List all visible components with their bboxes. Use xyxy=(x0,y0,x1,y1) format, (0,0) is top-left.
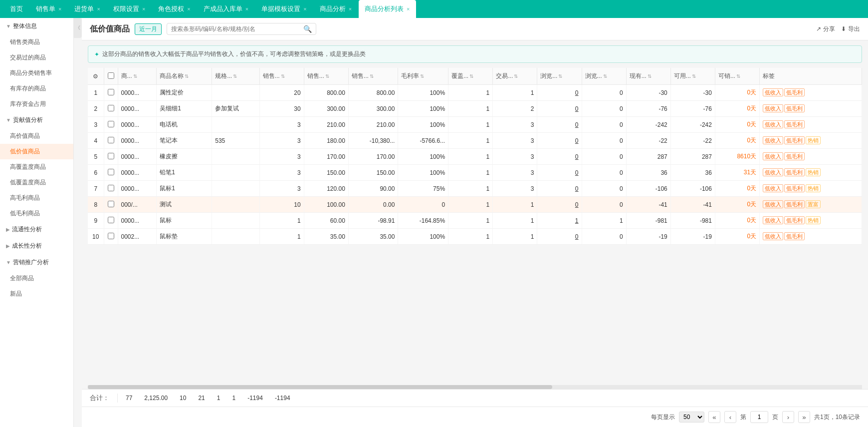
prev-page-button[interactable]: ‹ xyxy=(724,411,736,423)
row-browse1[interactable]: 1 xyxy=(537,213,582,229)
row-checkbox[interactable] xyxy=(104,197,118,213)
row-name[interactable]: 属性定价 xyxy=(157,85,212,101)
first-page-button[interactable]: « xyxy=(708,411,720,423)
sidebar-group-circulation[interactable]: ▶ 流通性分析 xyxy=(0,221,73,238)
row-checkbox[interactable] xyxy=(104,149,118,165)
time-filter-button[interactable]: 近一月 xyxy=(135,23,162,35)
row-select-checkbox[interactable] xyxy=(108,217,114,223)
nav-sales-order[interactable]: 销售单× xyxy=(30,0,67,18)
col-browse2-header[interactable]: 浏览...⇅ xyxy=(582,68,626,85)
nav-role-auth[interactable]: 角色授权× xyxy=(152,0,196,18)
row-name[interactable]: 鼠标1 xyxy=(157,181,212,197)
nav-purchase-order[interactable]: 进货单× xyxy=(68,0,106,18)
select-all-checkbox[interactable] xyxy=(108,72,114,79)
row-checkbox[interactable] xyxy=(104,85,118,101)
col-code-header[interactable]: 商...⇅ xyxy=(118,68,157,85)
sidebar-item-category-sales-rate[interactable]: 商品分类销售率 xyxy=(0,65,73,81)
nav-product-analysis[interactable]: 商品分析× xyxy=(314,0,358,18)
col-sales1-header[interactable]: 销售...⇅ xyxy=(259,68,304,85)
row-name[interactable]: 鼠标垫 xyxy=(157,229,212,245)
next-page-button[interactable]: › xyxy=(782,411,794,423)
sidebar-item-low-profit[interactable]: 低毛利商品 xyxy=(0,206,73,221)
close-icon[interactable]: × xyxy=(58,6,61,12)
row-checkbox[interactable] xyxy=(104,133,118,149)
row-select-checkbox[interactable] xyxy=(108,185,114,191)
col-trade-header[interactable]: 交易...⇅ xyxy=(493,68,537,85)
row-name[interactable]: 电话机 xyxy=(157,117,212,133)
horizontal-scrollbar[interactable] xyxy=(88,385,862,389)
scrollbar-thumb[interactable] xyxy=(88,385,552,389)
row-checkbox[interactable] xyxy=(104,229,118,245)
row-browse1[interactable]: 0 xyxy=(537,181,582,197)
row-checkbox[interactable] xyxy=(104,181,118,197)
row-select-checkbox[interactable] xyxy=(108,121,114,127)
col-settings[interactable]: ⚙ xyxy=(88,68,104,85)
close-icon[interactable]: × xyxy=(349,6,352,12)
per-page-select[interactable]: 50 100 200 xyxy=(679,412,704,423)
col-browse1-header[interactable]: 浏览...⇅ xyxy=(537,68,582,85)
row-browse1[interactable]: 0 xyxy=(537,133,582,149)
row-select-checkbox[interactable] xyxy=(108,233,114,239)
row-browse1[interactable]: 0 xyxy=(537,165,582,181)
page-number-input[interactable] xyxy=(750,411,768,423)
nav-product-storage[interactable]: 产成品入库单× xyxy=(198,0,254,18)
row-name[interactable]: 铅笔1 xyxy=(157,165,212,181)
col-coverage-header[interactable]: 覆盖...⇅ xyxy=(448,68,493,85)
search-input[interactable] xyxy=(171,25,300,32)
col-sellable-header[interactable]: 可销...⇅ xyxy=(715,68,759,85)
col-sales2-header[interactable]: 销售...⇅ xyxy=(304,68,348,85)
col-profit-header[interactable]: 毛利率⇅ xyxy=(398,68,448,85)
nav-permissions[interactable]: 权限设置× xyxy=(107,0,151,18)
sidebar-item-low-value[interactable]: 低价值商品 xyxy=(0,144,73,159)
col-sales3-header[interactable]: 销售...⇅ xyxy=(348,68,398,85)
close-icon[interactable]: × xyxy=(245,6,248,12)
col-spec-header[interactable]: 规格...⇅ xyxy=(212,68,259,85)
col-name-header[interactable]: 商品名称⇅ xyxy=(157,68,212,85)
row-browse1[interactable]: 0 xyxy=(537,101,582,117)
row-select-checkbox[interactable] xyxy=(108,89,114,95)
row-checkbox[interactable] xyxy=(104,117,118,133)
close-icon[interactable]: × xyxy=(142,6,145,12)
nav-template-settings[interactable]: 单据模板设置× xyxy=(255,0,312,18)
sidebar-item-new-products[interactable]: 新品 xyxy=(0,286,73,302)
sidebar-group-overall[interactable]: ▼ 整体信息 xyxy=(0,18,73,34)
sidebar-item-high-coverage[interactable]: 高覆盖度商品 xyxy=(0,159,73,175)
sidebar-collapse-button[interactable]: 《 xyxy=(74,18,82,38)
row-name[interactable]: 笔记本 xyxy=(157,133,212,149)
col-available-header[interactable]: 可用...⇅ xyxy=(670,68,715,85)
sidebar-item-high-value[interactable]: 高价值商品 xyxy=(0,128,73,144)
col-current-header[interactable]: 现有...⇅ xyxy=(626,68,670,85)
row-browse1[interactable]: 0 xyxy=(537,149,582,165)
sidebar-item-traded-products[interactable]: 交易过的商品 xyxy=(0,50,73,65)
row-name[interactable]: 鼠标 xyxy=(157,213,212,229)
share-button[interactable]: ↗ 分享 xyxy=(816,25,835,33)
nav-product-analysis-list[interactable]: 商品分析列表× xyxy=(359,0,416,18)
close-icon[interactable]: × xyxy=(187,6,190,12)
close-icon[interactable]: × xyxy=(407,6,410,12)
export-button[interactable]: ⬇ 导出 xyxy=(841,25,860,33)
close-icon[interactable]: × xyxy=(303,6,306,12)
nav-home[interactable]: 首页 xyxy=(4,0,29,18)
sidebar-item-inventory-funds[interactable]: 库存资金占用 xyxy=(0,96,73,112)
close-icon[interactable]: × xyxy=(97,6,100,12)
row-browse1[interactable]: 0 xyxy=(537,85,582,101)
row-select-checkbox[interactable] xyxy=(108,169,114,175)
row-name[interactable]: 吴细细1 xyxy=(157,101,212,117)
search-icon[interactable]: 🔍 xyxy=(303,25,312,33)
sidebar-group-marketing[interactable]: ▼ 营销推广分析 xyxy=(0,254,73,271)
row-select-checkbox[interactable] xyxy=(108,105,114,111)
row-name[interactable]: 测试 xyxy=(157,197,212,213)
sidebar-group-contribution[interactable]: ▼ 贡献值分析 xyxy=(0,112,73,128)
sidebar-item-stock-products[interactable]: 有库存的商品 xyxy=(0,81,73,96)
row-select-checkbox[interactable] xyxy=(108,153,114,159)
row-browse1[interactable]: 0 xyxy=(537,117,582,133)
row-select-checkbox[interactable] xyxy=(108,137,114,143)
row-select-checkbox[interactable] xyxy=(108,201,114,207)
sidebar-item-low-coverage[interactable]: 低覆盖度商品 xyxy=(0,175,73,190)
row-name[interactable]: 橡皮擦 xyxy=(157,149,212,165)
sidebar-group-growth[interactable]: ▶ 成长性分析 xyxy=(0,238,73,254)
sidebar-item-all-products[interactable]: 全部商品 xyxy=(0,271,73,286)
row-checkbox[interactable] xyxy=(104,213,118,229)
row-checkbox[interactable] xyxy=(104,101,118,117)
sidebar-item-sales-products[interactable]: 销售类商品 xyxy=(0,34,73,50)
